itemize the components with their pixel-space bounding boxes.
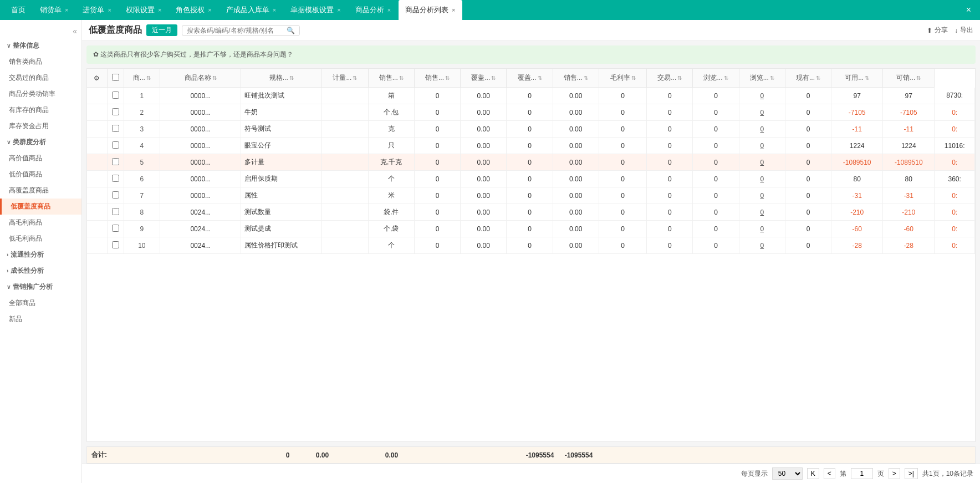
- tab-order-template[interactable]: 单据模板设置 ×: [284, 0, 347, 20]
- col-header-coverage2[interactable]: 覆盖...⇅: [507, 69, 553, 88]
- row-checkbox-cell[interactable]: [107, 138, 124, 154]
- close-icon[interactable]: ×: [452, 7, 455, 13]
- col-header-sales-val[interactable]: 销售...⇅: [553, 69, 599, 88]
- tab-product-analysis-list[interactable]: 商品分析列表 ×: [399, 0, 462, 20]
- sidebar-group-cluster[interactable]: ∨ 类群度分析: [0, 134, 81, 150]
- row-browse1[interactable]: 0: [739, 187, 785, 204]
- sidebar-item-sales-goods[interactable]: 销售类商品: [0, 54, 81, 70]
- col-header-browse2[interactable]: 浏览...⇅: [739, 69, 785, 88]
- share-button[interactable]: ⬆ 分享: [927, 26, 948, 35]
- tab-sales-order[interactable]: 销货单 ×: [33, 0, 75, 20]
- sidebar-item-traded-goods[interactable]: 交易过的商品: [0, 70, 81, 86]
- row-browse1[interactable]: 0: [739, 88, 785, 104]
- close-icon[interactable]: ×: [65, 7, 68, 13]
- tab-product-inbound[interactable]: 产成品入库单 ×: [220, 0, 283, 20]
- row-checkbox-cell[interactable]: [107, 171, 124, 187]
- sidebar-item-all-goods[interactable]: 全部商品: [0, 295, 81, 311]
- row-checkbox[interactable]: [112, 141, 119, 149]
- sidebar-item-stocked-goods[interactable]: 有库存的商品: [0, 102, 81, 118]
- sidebar-item-low-margin[interactable]: 低毛利商品: [0, 231, 81, 247]
- close-icon[interactable]: ×: [158, 7, 161, 13]
- close-icon[interactable]: ×: [108, 7, 111, 13]
- row-checkbox-cell[interactable]: [107, 187, 124, 204]
- col-header-stock-now[interactable]: 现有...⇅: [785, 69, 831, 88]
- row-checkbox[interactable]: [112, 191, 119, 199]
- sidebar-item-category-turnover[interactable]: 商品分类动销率: [0, 86, 81, 102]
- prev-page-button[interactable]: <: [824, 468, 835, 479]
- row-spec: [322, 104, 368, 121]
- settings-column-header[interactable]: ⚙: [87, 69, 107, 88]
- col-header-code[interactable]: 商...⇅: [124, 69, 160, 88]
- close-icon[interactable]: ×: [273, 7, 276, 13]
- search-input[interactable]: [187, 27, 287, 34]
- row-sales-count: 0: [414, 88, 460, 104]
- sidebar-item-new-goods[interactable]: 新品: [0, 311, 81, 327]
- next-page-button[interactable]: >: [889, 468, 900, 479]
- col-header-stock-avail[interactable]: 可用...⇅: [831, 69, 883, 88]
- close-all-button[interactable]: ×: [962, 5, 976, 15]
- row-sales-val: 0: [599, 221, 646, 237]
- row-checkbox[interactable]: [112, 208, 119, 215]
- row-checkbox[interactable]: [112, 225, 119, 232]
- search-icon[interactable]: 🔍: [287, 27, 295, 34]
- page-number-input[interactable]: [851, 468, 873, 479]
- col-header-trade[interactable]: 交易...⇅: [647, 69, 693, 88]
- row-checkbox[interactable]: [112, 108, 119, 115]
- per-page-select[interactable]: 50 20 100 200: [772, 467, 803, 480]
- col-header-browse1[interactable]: 浏览...⇅: [693, 69, 739, 88]
- sidebar-group-liquidity[interactable]: › 流通性分析: [0, 247, 81, 263]
- sidebar-collapse-button[interactable]: «: [73, 27, 77, 35]
- tab-home[interactable]: 首页: [4, 0, 32, 20]
- sidebar-group-overall[interactable]: ∨ 整体信息: [0, 38, 81, 54]
- tab-purchase-order[interactable]: 进货单 ×: [76, 0, 118, 20]
- sidebar-item-high-margin[interactable]: 高毛利商品: [0, 215, 81, 231]
- row-checkbox-cell[interactable]: [107, 104, 124, 121]
- row-checkbox-cell[interactable]: [107, 121, 124, 138]
- row-checkbox-cell[interactable]: [107, 237, 124, 254]
- row-stock-sell: 0:: [935, 204, 975, 221]
- sidebar-group-growth[interactable]: › 成长性分析: [0, 263, 81, 279]
- sidebar-item-low-coverage[interactable]: 低覆盖度商品: [0, 199, 81, 215]
- sidebar-item-high-coverage[interactable]: 高覆盖度商品: [0, 182, 81, 199]
- row-checkbox-cell[interactable]: [107, 88, 124, 104]
- select-all-checkbox[interactable]: [112, 74, 119, 81]
- row-checkbox[interactable]: [112, 125, 119, 132]
- export-button[interactable]: ↓ 导出: [955, 26, 973, 35]
- row-browse1[interactable]: 0: [739, 171, 785, 187]
- sidebar-item-stock-capital[interactable]: 库存资金占用: [0, 118, 81, 134]
- col-header-unit[interactable]: 计量...⇅: [322, 69, 368, 88]
- sidebar-group-marketing[interactable]: ∨ 营销推广分析: [0, 279, 81, 295]
- period-button[interactable]: 近一月: [146, 24, 177, 36]
- row-checkbox-cell[interactable]: [107, 154, 124, 171]
- row-browse1[interactable]: 0: [739, 121, 785, 138]
- tab-permission-settings[interactable]: 权限设置 ×: [119, 0, 168, 20]
- close-icon[interactable]: ×: [337, 7, 340, 13]
- col-header-margin[interactable]: 毛利率⇅: [599, 69, 646, 88]
- tab-product-analysis[interactable]: 商品分析 ×: [349, 0, 397, 20]
- sidebar-item-low-value[interactable]: 低价值商品: [0, 166, 81, 182]
- row-browse1[interactable]: 0: [739, 138, 785, 154]
- sidebar-item-high-value[interactable]: 高价值商品: [0, 150, 81, 166]
- row-browse1[interactable]: 0: [739, 104, 785, 121]
- row-checkbox-cell[interactable]: [107, 221, 124, 237]
- row-browse1[interactable]: 0: [739, 237, 785, 254]
- col-header-sales-amount[interactable]: 销售...⇅: [414, 69, 460, 88]
- col-header-name[interactable]: 商品名称⇅: [160, 69, 241, 88]
- close-icon[interactable]: ×: [387, 7, 391, 13]
- row-checkbox[interactable]: [112, 158, 119, 165]
- row-browse1[interactable]: 0: [739, 154, 785, 171]
- row-checkbox-cell[interactable]: [107, 204, 124, 221]
- col-header-sales-count[interactable]: 销售...⇅: [368, 69, 414, 88]
- tab-role-auth[interactable]: 角色授权 ×: [169, 0, 218, 20]
- col-header-stock-sell[interactable]: 可销...⇅: [883, 69, 935, 88]
- row-checkbox[interactable]: [112, 175, 119, 182]
- close-icon[interactable]: ×: [208, 7, 211, 13]
- col-header-spec[interactable]: 规格...⇅: [241, 69, 322, 88]
- last-page-button[interactable]: >|: [905, 468, 918, 479]
- row-checkbox[interactable]: [112, 91, 119, 99]
- row-browse1[interactable]: 0: [739, 204, 785, 221]
- col-header-coverage1[interactable]: 覆盖...⇅: [461, 69, 507, 88]
- row-checkbox[interactable]: [112, 241, 119, 248]
- first-page-button[interactable]: K: [807, 468, 819, 479]
- row-browse1[interactable]: 0: [739, 221, 785, 237]
